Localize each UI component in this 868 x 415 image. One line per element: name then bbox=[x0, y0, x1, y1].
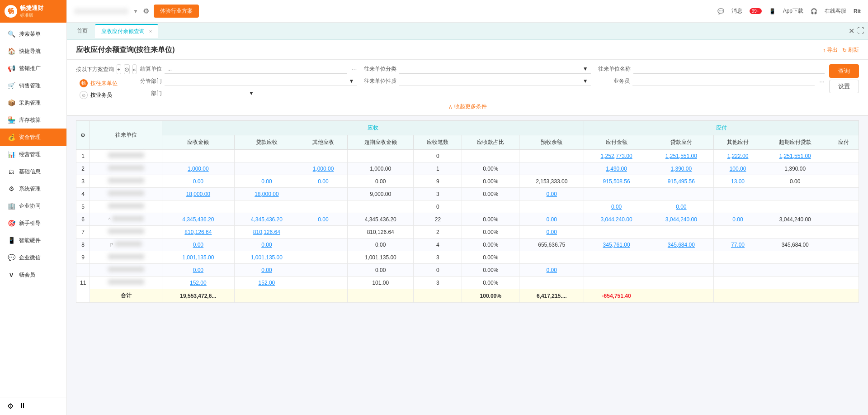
row-ap-loan[interactable]: 915,495.56 bbox=[649, 175, 713, 188]
row-ap-amount bbox=[584, 226, 649, 239]
row-prepay[interactable]: 0.00 bbox=[519, 226, 584, 239]
row-ar-other[interactable]: 0.00 bbox=[299, 213, 348, 226]
row-ap-amount[interactable]: 1,252,773.00 bbox=[584, 150, 649, 162]
setting-button[interactable]: 设置 bbox=[829, 80, 859, 93]
promo-button[interactable]: 体验行业方案 bbox=[154, 5, 199, 18]
row-ar-amount[interactable]: 0.00 bbox=[162, 175, 234, 188]
row-ar-loan[interactable]: 810,126.64 bbox=[234, 226, 299, 239]
partner-category-select[interactable]: ▼ bbox=[399, 64, 590, 74]
row-partner bbox=[90, 226, 162, 239]
row-ar-amount[interactable]: 4,345,436.20 bbox=[162, 213, 234, 226]
row-ap-overdue[interactable]: 1,251,551.00 bbox=[762, 150, 828, 162]
tab-ar-ap[interactable]: 应收应付余额查询 × bbox=[95, 24, 158, 38]
export-label: 导出 bbox=[827, 46, 838, 54]
filter-settings-icon[interactable]: ⊙ bbox=[124, 64, 130, 74]
row-ap-amount[interactable]: 0.00 bbox=[584, 200, 649, 213]
row-ap-amount[interactable]: 1,490.00 bbox=[584, 162, 649, 175]
row-prepay[interactable]: 0.00 bbox=[519, 264, 584, 277]
row-ap-loan[interactable]: 1,251,551.00 bbox=[649, 150, 713, 162]
sidebar-item-finance[interactable]: 💰资金管理 bbox=[0, 129, 66, 146]
row-ar-other[interactable]: 1,000.00 bbox=[299, 162, 348, 175]
row-ap-other[interactable]: 0.00 bbox=[714, 213, 762, 226]
sidebar-item-search[interactable]: 🔍搜索菜单 bbox=[0, 25, 66, 43]
sidebar-item-hardware[interactable]: 📱智能硬件 bbox=[0, 232, 66, 249]
dept-select[interactable]: ▼ bbox=[165, 76, 357, 86]
online-service-label[interactable]: 在线客服 bbox=[825, 7, 846, 15]
tab-home[interactable]: 首页 bbox=[71, 24, 94, 38]
row-ar-overdue: 0.00 bbox=[348, 175, 414, 188]
sidebar-item-operation[interactable]: 📊经营管理 bbox=[0, 146, 66, 163]
row-ar-amount[interactable]: 152.00 bbox=[162, 277, 234, 289]
topbar-dropdown-icon[interactable]: ▼ bbox=[133, 8, 138, 14]
collapse-btn[interactable]: ∧ 收起更多条件 bbox=[76, 101, 859, 112]
sidebar-item-marketing[interactable]: 📢营销推广 bbox=[0, 60, 66, 77]
sidebar-item-warehouse[interactable]: 🏪库存核算 bbox=[0, 111, 66, 129]
partner-nature-select[interactable]: ▼ bbox=[399, 76, 590, 86]
footer-collapse-icon[interactable]: ⏸ bbox=[19, 402, 26, 410]
refresh-button[interactable]: ↻ 刷新 bbox=[842, 46, 859, 54]
row-ap-amount[interactable]: 345,761.00 bbox=[584, 239, 649, 251]
settlement-unit-input[interactable] bbox=[165, 64, 347, 74]
row-ar-other[interactable]: 0.00 bbox=[299, 175, 348, 188]
footer-settings-icon[interactable]: ⚙ bbox=[7, 402, 14, 410]
tab-close-window-icon[interactable]: ✕ bbox=[849, 27, 854, 35]
sidebar-item-wechat[interactable]: 💬企业微信 bbox=[0, 249, 66, 266]
row-ap-other[interactable]: 77.00 bbox=[714, 239, 762, 251]
row-ap-other bbox=[714, 251, 762, 264]
row-ar-amount[interactable]: 0.00 bbox=[162, 264, 234, 277]
row-prepay[interactable]: 0.00 bbox=[519, 188, 584, 200]
row-ap-loan[interactable]: 345,684.00 bbox=[649, 239, 713, 251]
app-download-label[interactable]: App下载 bbox=[783, 7, 803, 15]
row-ar-loan[interactable]: 1,001,135.00 bbox=[234, 251, 299, 264]
user-name[interactable]: Rit bbox=[854, 8, 861, 14]
row-ap-overdue bbox=[762, 277, 828, 289]
row-ap-overdue bbox=[762, 188, 828, 200]
row-ap-loan[interactable]: 0.00 bbox=[649, 200, 713, 213]
row-ar-loan[interactable]: 0.00 bbox=[234, 239, 299, 251]
col-group-ap-header: 应付 bbox=[584, 121, 859, 135]
row-ar-count: 22 bbox=[414, 213, 462, 226]
row-ap-amount[interactable]: 915,508.56 bbox=[584, 175, 649, 188]
department-select[interactable]: ▼ bbox=[165, 89, 257, 98]
tab-close-icon[interactable]: × bbox=[149, 29, 152, 34]
export-button[interactable]: ↑ 导出 bbox=[823, 46, 838, 54]
row-ar-amount[interactable]: 18,000.00 bbox=[162, 188, 234, 200]
query-button[interactable]: 查询 bbox=[829, 64, 859, 78]
col-ap-overdue: 超期应付贷款 bbox=[762, 135, 828, 150]
row-ar-loan[interactable]: 4,345,436.20 bbox=[234, 213, 299, 226]
row-ar-loan[interactable]: 18,000.00 bbox=[234, 188, 299, 200]
sidebar-item-member[interactable]: V畅会员 bbox=[0, 266, 66, 283]
sidebar-item-corp[interactable]: 🏢企业协同 bbox=[0, 197, 66, 215]
tab-maximize-icon[interactable]: ⛶ bbox=[857, 27, 864, 35]
row-prepay[interactable]: 0.00 bbox=[519, 213, 584, 226]
row-ar-amount[interactable]: 1,001,135.00 bbox=[162, 251, 234, 264]
row-prepay bbox=[519, 200, 584, 213]
filter-nav-by-salesman[interactable]: ⊙ 按业务员 bbox=[76, 90, 126, 100]
row-ar-amount[interactable]: 0.00 bbox=[162, 239, 234, 251]
row-ar-loan[interactable]: 0.00 bbox=[234, 264, 299, 277]
filter-nav-by-partner[interactable]: 畅 按往来单位 bbox=[76, 78, 126, 89]
row-ar-amount[interactable]: 810,126.64 bbox=[162, 226, 234, 239]
sidebar-item-sales[interactable]: 🛒销售管理 bbox=[0, 77, 66, 94]
partner-name-input[interactable] bbox=[633, 64, 825, 74]
row-ap-other[interactable]: 13.00 bbox=[714, 175, 762, 188]
sidebar-item-quick[interactable]: 🏠快捷导航 bbox=[0, 43, 66, 60]
row-ar-loan[interactable]: 0.00 bbox=[234, 175, 299, 188]
row-ap-loan[interactable]: 3,044,240.00 bbox=[649, 213, 713, 226]
salesman-input[interactable] bbox=[632, 76, 815, 86]
topbar-gear-icon[interactable]: ⚙ bbox=[143, 7, 149, 15]
filter-add-icon[interactable]: + bbox=[117, 64, 121, 74]
sidebar-item-system[interactable]: ⚙系统管理 bbox=[0, 180, 66, 197]
row-ap-other[interactable]: 1,222.00 bbox=[714, 150, 762, 162]
row-ap-loan[interactable]: 1,390.00 bbox=[649, 162, 713, 175]
sidebar-item-guide[interactable]: 🎯新手引导 bbox=[0, 215, 66, 232]
sidebar-item-purchase[interactable]: 📦采购管理 bbox=[0, 94, 66, 111]
row-ap-amount[interactable]: 3,044,240.00 bbox=[584, 213, 649, 226]
sidebar-item-basic[interactable]: 🗂基础信息 bbox=[0, 163, 66, 180]
row-ap-other[interactable]: 100.00 bbox=[714, 162, 762, 175]
row-ar-amount[interactable]: 1,000.00 bbox=[162, 162, 234, 175]
col-ap-other: 其他应付 bbox=[714, 135, 762, 150]
col-settings-header[interactable]: ⚙ bbox=[76, 121, 90, 150]
messages-label[interactable]: 消息 bbox=[731, 7, 742, 15]
row-ar-loan[interactable]: 152.00 bbox=[234, 277, 299, 289]
